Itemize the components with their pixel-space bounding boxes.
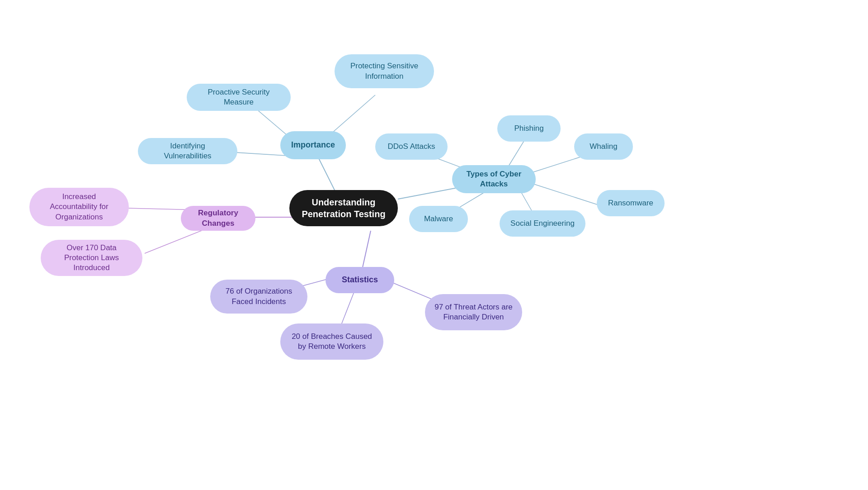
statistics-node: Statistics: [326, 267, 394, 293]
breaches-node: 20 of Breaches Caused by Remote Workers: [280, 323, 383, 360]
ddos-node: DDoS Attacks: [375, 133, 448, 160]
importance-node: Importance: [280, 131, 346, 159]
center-node: Understanding Penetration Testing: [289, 190, 398, 226]
ransomware-node: Ransomware: [597, 190, 665, 216]
svg-line-9: [527, 156, 583, 174]
svg-line-3: [362, 231, 371, 271]
protecting-node: Protecting Sensitive Information: [335, 54, 434, 88]
phishing-node: Phishing: [497, 115, 561, 142]
svg-line-10: [531, 183, 601, 206]
organizations-node: 76 of Organizations Faced Incidents: [210, 280, 307, 314]
malware-node: Malware: [409, 206, 468, 232]
identifying-node: Identifying Vulnerabilities: [138, 138, 237, 164]
regulatory-node: Regulatory Changes: [181, 206, 255, 231]
types-node: Types of Cyber Attacks: [452, 165, 536, 193]
social-node: Social Engineering: [500, 210, 585, 237]
threatactors-node: 97 of Threat Actors are Financially Driv…: [425, 294, 522, 330]
whaling-node: Whaling: [574, 133, 633, 160]
proactive-node: Proactive Security Measure: [187, 84, 291, 111]
accountability-node: Increased Accountability for Organizatio…: [29, 188, 129, 226]
dataprotection-node: Over 170 Data Protection Laws Introduced: [41, 240, 142, 276]
